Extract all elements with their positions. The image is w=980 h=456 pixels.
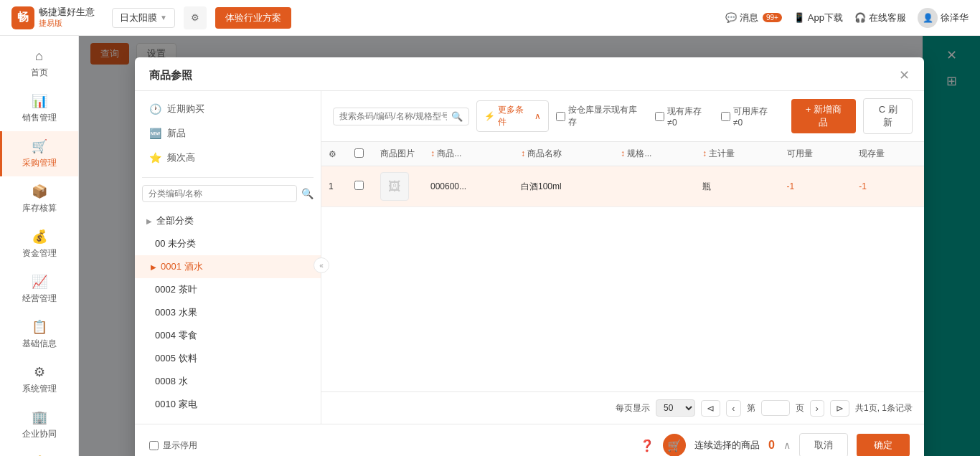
filter-button[interactable]: ⚡ 更多条件 ∧ — [476, 100, 549, 132]
row-checkbox-cell[interactable] — [347, 166, 373, 207]
refresh-button[interactable]: C 刷新 — [863, 98, 913, 134]
frequent-icon: ⭐ — [149, 152, 161, 163]
nav-dropdown[interactable]: 日太阳膜 ▼ — [112, 8, 175, 28]
help-icon[interactable]: ❓ — [640, 439, 654, 452]
add-product-button[interactable]: + 新增商品 — [791, 99, 857, 133]
sidebar-item-inventory[interactable]: 📦 库存核算 — [0, 176, 78, 222]
table-row[interactable]: 1 🖼 000600... 白酒100ml — [321, 166, 924, 207]
quick-item-frequent[interactable]: ⭐ 频次高 — [142, 147, 314, 168]
category-search-input[interactable] — [142, 185, 297, 202]
sort-icon-code: ↕ — [430, 148, 435, 158]
settings-icon-btn[interactable]: ⚙ — [184, 6, 207, 29]
tree-expand-icon: ▶ — [151, 263, 156, 271]
total-info: 共1页, 1条记录 — [855, 402, 913, 414]
purchase-icon: 🛒 — [32, 138, 47, 154]
row-checkbox[interactable] — [354, 181, 364, 190]
page-input[interactable]: 1 — [761, 400, 790, 416]
nav-cta-button[interactable]: 体验行业方案 — [215, 7, 291, 29]
select-all-checkbox[interactable] — [354, 148, 364, 158]
row-image-cell: 🖼 — [373, 166, 423, 207]
page-suffix: 页 — [796, 402, 804, 414]
cart-icon: 🛒 — [663, 434, 686, 456]
sidebar-item-operations[interactable]: 📈 经营管理 — [0, 267, 78, 312]
sidebar-item-basic-info[interactable]: 📋 基础信息 — [0, 312, 78, 357]
page-label: 第 — [747, 402, 755, 414]
dialog-footer: 显示停用 ❓ 🛒 连续选择的商品 0 ∧ 取消 确定 — [135, 424, 924, 456]
product-search-input[interactable] — [339, 111, 447, 121]
search-bar: 🔍 — [333, 108, 469, 125]
collapse-panel-button[interactable]: « — [314, 257, 329, 273]
tree-item-fruit[interactable]: 0003 水果 — [135, 301, 321, 324]
nav-user[interactable]: 👤 徐泽华 — [918, 8, 969, 28]
finance-icon: 💰 — [32, 229, 47, 244]
nav-messages[interactable]: 💬 消息 99+ — [725, 11, 782, 24]
tree-item-liquor[interactable]: ▶ 0001 酒水 — [135, 255, 321, 278]
tree-item-water[interactable]: 0008 水 — [135, 370, 321, 393]
tree-item-tea[interactable]: 0002 茶叶 — [135, 278, 321, 301]
tree-item-appliance[interactable]: 0010 家电 — [135, 393, 321, 416]
sidebar-item-enterprise[interactable]: 🏢 企业协同 — [0, 402, 78, 447]
nav-customer-service[interactable]: 🎧 在线客服 — [854, 11, 906, 24]
inventory-icon: 📦 — [32, 184, 47, 199]
sort-icon-unit: ↕ — [702, 148, 707, 158]
category-search-row: 🔍 — [135, 181, 321, 206]
dialog-body: 🕐 近期购买 🆕 新品 ⭐ 频次高 — [135, 91, 924, 424]
confirm-button[interactable]: 确定 — [857, 434, 910, 456]
collapse-footer-button[interactable]: ∧ — [783, 440, 791, 451]
col-code[interactable]: ↕ 商品... — [423, 142, 514, 166]
col-spec[interactable]: ↕ 规格... — [613, 142, 695, 166]
show-disabled-input[interactable] — [149, 441, 159, 450]
quick-item-recent[interactable]: 🕐 近期购买 — [142, 98, 314, 120]
usable-nonzero-checkbox[interactable]: 可用库存≠0 — [721, 105, 777, 128]
sidebar-item-system[interactable]: ⚙ 系统管理 — [0, 357, 78, 402]
top-nav: 畅 畅捷通好生意 捷易版 日太阳膜 ▼ ⚙ 体验行业方案 💬 消息 99+ 📱 … — [0, 0, 980, 36]
show-disabled-checkbox[interactable]: 显示停用 — [149, 440, 197, 452]
pagination-row: 每页显示 50 100 200 ⊲ ‹ 第 1 页 › — [321, 391, 924, 424]
tree-item-uncategorized[interactable]: 00 未分类 — [135, 232, 321, 255]
cancel-button[interactable]: 取消 — [799, 433, 848, 456]
quick-item-new[interactable]: 🆕 新品 — [142, 123, 314, 144]
per-page-select[interactable]: 50 100 200 — [656, 399, 695, 417]
nav-right: 💬 消息 99+ 📱 App下载 🎧 在线客服 👤 徐泽华 — [725, 8, 969, 28]
last-page-button[interactable]: ⊳ — [830, 400, 849, 417]
usable-checkbox-input[interactable] — [721, 112, 730, 121]
sidebar-item-sales[interactable]: 📊 销售管理 — [0, 86, 78, 131]
col-name[interactable]: ↕ 商品名称 — [514, 142, 613, 166]
row-code: 000600... — [423, 166, 514, 207]
sidebar-item-purchase[interactable]: 🛒 采购管理 — [0, 131, 78, 176]
warehouse-checkbox[interactable]: 按仓库显示现有库存 — [556, 104, 645, 128]
row-index: 1 — [321, 166, 347, 207]
col-unit[interactable]: ↕ 主计量 — [695, 142, 780, 166]
search-icon[interactable]: 🔍 — [451, 111, 463, 122]
category-search-icon[interactable]: 🔍 — [301, 188, 314, 199]
message-badge: 99+ — [763, 13, 782, 22]
next-page-button[interactable]: › — [810, 400, 824, 417]
dialog: 商品参照 ✕ 🕐 近期购买 🆕 — [135, 57, 924, 456]
sidebar-item-finance[interactable]: 💰 资金管理 — [0, 222, 78, 267]
prev-page-button[interactable]: ‹ — [726, 400, 740, 417]
col-available: 可用量 — [780, 142, 852, 166]
nav-app-download[interactable]: 📱 App下载 — [793, 11, 843, 24]
col-stock: 现存量 — [852, 142, 924, 166]
logo-icon: 畅 — [11, 6, 34, 29]
first-page-button[interactable]: ⊲ — [701, 400, 720, 417]
warehouse-checkbox-input[interactable] — [556, 112, 565, 121]
dialog-title: 商品参照 — [149, 69, 192, 82]
sidebar-item-guide[interactable]: 🔔 新手引导 — [0, 447, 78, 456]
enterprise-icon: 🏢 — [32, 409, 47, 425]
sort-icon-name: ↕ — [521, 148, 525, 158]
col-settings[interactable]: ⚙ — [321, 142, 347, 166]
sales-icon: 📊 — [32, 93, 47, 109]
dialog-overlay: 商品参照 ✕ 🕐 近期购买 🆕 — [79, 36, 980, 456]
stock-nonzero-checkbox[interactable]: 现有库存≠0 — [655, 105, 711, 128]
stock-checkbox-input[interactable] — [655, 112, 664, 121]
main-layout: ⌂ 首页 📊 销售管理 🛒 采购管理 📦 库存核算 💰 资金管理 📈 经营管理 … — [0, 36, 980, 456]
operations-icon: 📈 — [32, 274, 47, 290]
tree-item-drink[interactable]: 0005 饮料 — [135, 347, 321, 370]
row-spec — [613, 166, 695, 207]
tree-item-all[interactable]: ▶ 全部分类 — [135, 209, 321, 232]
sidebar-item-home[interactable]: ⌂ 首页 — [0, 42, 78, 86]
dialog-close-button[interactable]: ✕ — [899, 67, 910, 83]
tree-item-snack[interactable]: 0004 零食 — [135, 324, 321, 347]
col-image: 商品图片 — [373, 142, 423, 166]
